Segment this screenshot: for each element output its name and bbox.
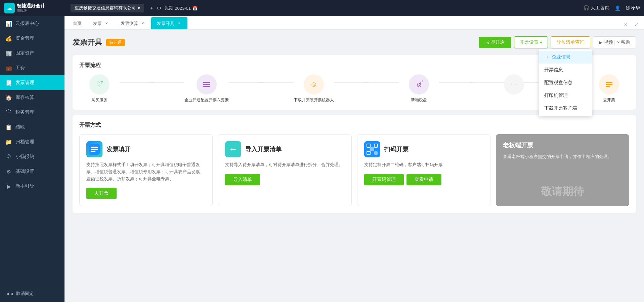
fill-btn[interactable]: 去开票	[86, 188, 117, 199]
download-client-label: 下载开票客户端	[544, 105, 577, 111]
settings-button-main[interactable]: 开票设置 ▾	[514, 36, 548, 48]
abnormal-button[interactable]: 异常清单查询	[551, 36, 590, 48]
tab-invoice-calc-close[interactable]: ✕	[140, 21, 145, 26]
logo-text-area: 畅捷通好会计 旗舰版	[17, 3, 45, 13]
sidebar-item-account[interactable]: 📋 结账	[0, 120, 65, 135]
tab-invoice[interactable]: 发票 ✕	[87, 17, 115, 29]
sidebar-item-fixed-assets[interactable]: 🏢 固定资产	[0, 46, 65, 61]
process-line-3: ···	[334, 82, 399, 83]
boss-desc: 查看老板端小程序提交的开票申请，并作出相应的处理。	[503, 153, 622, 160]
settings-icon: ⚙	[5, 168, 12, 175]
sidebar-label-archive: 归档管理	[15, 139, 34, 145]
main-area: 📊 云报表中心 💰 资金管理 🏢 固定资产 💼 工资 🧾 发票管理	[0, 16, 644, 302]
tab-home[interactable]: 首页	[67, 17, 87, 29]
logo-sub: 旗舰版	[17, 8, 45, 13]
logo-text: 畅捷通好会计	[17, 3, 45, 9]
method-card-import: ← 导入开票清单 支持导入待开票清单，可对待开票清单进行拆分、合并处理。 导入清…	[218, 134, 351, 206]
sidebar-bottom[interactable]: ◄◄ 取消固定	[0, 288, 65, 302]
sidebar-item-settings[interactable]: ⚙ 基础设置	[0, 164, 65, 179]
method-card-fill: 发票填开 支持按照发票样式手工填开发票；可开具增值税电子普通发票、增值税普通发票…	[79, 134, 213, 206]
dropdown-item-printer[interactable]: 打印机管理	[539, 89, 592, 102]
download-icon: ☺	[304, 74, 324, 95]
dropdown-item-download-client[interactable]: 下载开票客户端	[539, 102, 592, 115]
issue-icon	[599, 74, 619, 95]
tab-bar: 首页 发票 ✕ 发票测算 ✕ 发票开具 ✕ ✕ ⤢	[65, 16, 644, 30]
fund-icon: 💰	[5, 35, 12, 42]
settings-button[interactable]: ⚙	[157, 5, 161, 11]
tab-home-label: 首页	[73, 21, 82, 27]
tax-icon: 🏛	[5, 109, 12, 116]
sidebar-item-report[interactable]: © 小畅报销	[0, 149, 65, 164]
printer-label: 打印机管理	[544, 92, 568, 98]
period-label: 账期	[165, 5, 173, 11]
buy-label: 购买服务	[91, 97, 108, 103]
sidebar-label-fund: 资金管理	[15, 35, 34, 41]
import-btn[interactable]: 导入清单	[225, 174, 260, 185]
maximize-tab-action[interactable]: ⤢	[632, 20, 641, 29]
sidebar-item-invoice-mgmt[interactable]: 🧾 发票管理	[0, 75, 65, 90]
sidebar-item-inventory[interactable]: 🏠 库存核算	[0, 90, 65, 105]
scan-btns: 开票码管理 查看申请	[364, 174, 483, 185]
sidebar-item-tax[interactable]: 🏛 税务管理	[0, 105, 65, 120]
scan-apply-btn[interactable]: 查看申请	[406, 174, 441, 185]
scan-icon	[364, 141, 380, 157]
process-line-1: ···	[120, 82, 184, 83]
sidebar-label-settings: 基础设置	[15, 168, 34, 175]
settings-button-label: 开票设置	[520, 39, 539, 45]
sidebar-label-invoice-mgmt: 发票管理	[15, 80, 34, 86]
tab-invoice-issue-close[interactable]: ✕	[176, 21, 182, 26]
sidebar-item-fund[interactable]: 💰 资金管理	[0, 31, 65, 46]
dropdown-item-invoice-info[interactable]: 开票信息	[539, 64, 592, 76]
import-desc: 支持导入待开票清单，可对待开票清单进行拆分、合并处理。	[225, 161, 344, 168]
logo-area: ☁ 畅捷通好会计 旗舰版	[4, 3, 65, 13]
tab-invoice-issue[interactable]: 发票开具 ✕	[151, 17, 187, 29]
svg-text:←: ←	[229, 144, 238, 154]
tax-disk-label: 配置税盘信息	[544, 80, 572, 85]
process-step-placeholder: ⋯	[504, 74, 524, 95]
boss-title: 老板端开票	[503, 141, 533, 149]
add-button[interactable]: +	[150, 5, 153, 11]
boss-card-header: 老板端开票	[503, 141, 622, 149]
dropdown-item-company-info[interactable]: → 企业信息	[539, 51, 592, 64]
period-value[interactable]: 2023-01	[175, 6, 191, 11]
svg-rect-27	[374, 151, 378, 155]
sidebar-item-archive[interactable]: 📁 归档管理	[0, 135, 65, 149]
salary-icon: 💼	[5, 65, 12, 71]
boss-overlay-text: 敬请期待	[496, 184, 629, 199]
config-icon	[197, 74, 217, 95]
video-icon: ▶	[599, 40, 602, 45]
header-actions: 立即开通 开票设置 ▾ 异常清单查询 ▶ 视频 | ? 帮助	[479, 36, 636, 48]
user-avatar: 👤	[615, 5, 620, 11]
settings-dropdown-arrow: ▾	[540, 40, 542, 45]
sidebar-item-salary[interactable]: 💼 工资	[0, 61, 65, 75]
company-name: 重庆畅捷交通信息咨询有限公司	[75, 5, 136, 11]
archive-icon: 📁	[5, 139, 12, 145]
guide-icon: ▶	[5, 183, 12, 190]
page-title-area: 发票开具 待开通	[73, 37, 125, 47]
video-label: 视频	[604, 39, 613, 45]
scan-code-btn[interactable]: 开票码管理	[364, 174, 404, 185]
tab-invoice-issue-label: 发票开具	[157, 21, 174, 27]
svg-rect-15	[606, 86, 610, 87]
tab-invoice-calc[interactable]: 发票测算 ✕	[115, 17, 151, 29]
sidebar-item-cloud-report[interactable]: 📊 云报表中心	[0, 16, 65, 31]
sidebar-scroll[interactable]: 📊 云报表中心 💰 资金管理 🏢 固定资产 💼 工资 🧾 发票管理	[0, 16, 65, 288]
sidebar-label-report: 小畅报销	[15, 154, 34, 160]
account-icon: 📋	[5, 124, 12, 130]
consult-label: 人工咨询	[591, 5, 609, 10]
tab-invoice-close[interactable]: ✕	[104, 21, 109, 26]
report-icon: ©	[5, 153, 12, 160]
close-tab-action[interactable]: ✕	[621, 20, 631, 29]
fill-icon	[86, 141, 102, 157]
help-button[interactable]: ▶ 视频 | ? 帮助	[593, 36, 636, 48]
dropdown-item-tax-disk[interactable]: 配置税盘信息	[539, 76, 592, 89]
consult-button[interactable]: 🎧 人工咨询	[584, 5, 609, 11]
activate-button[interactable]: 立即开通	[479, 37, 511, 48]
cloud-report-icon: 📊	[5, 20, 12, 27]
scan-card-header: 扫码开票	[364, 141, 483, 157]
fill-desc: 支持按照发票样式手工填开发票；可开具增值税电子普通发票、增值税普通发票、增值税专…	[86, 161, 206, 182]
methods-section-title: 开票方式	[79, 122, 629, 129]
sidebar-item-guide[interactable]: ▶ 新手引导	[0, 179, 65, 194]
sidebar-label-inventory: 库存核算	[15, 95, 34, 101]
company-selector[interactable]: 重庆畅捷交通信息咨询有限公司 ▾	[71, 4, 144, 12]
